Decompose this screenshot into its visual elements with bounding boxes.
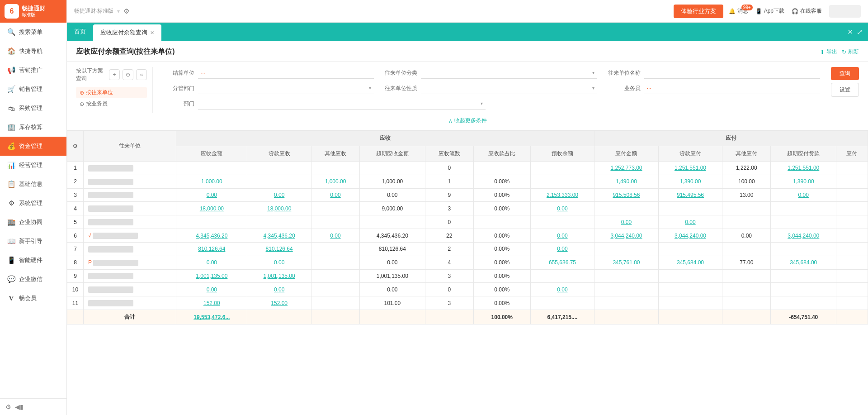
- row-ar-loan[interactable]: 0.00: [247, 283, 311, 296]
- sidebar-item-basic-info[interactable]: 📋 基础信息: [0, 175, 66, 194]
- row-ar-amount[interactable]: 18,000.00: [176, 202, 247, 215]
- salesperson-input[interactable]: ···: [644, 82, 820, 94]
- collapse-icon[interactable]: ◀▮: [15, 403, 24, 410]
- footer-ar-amount[interactable]: 19,553,472,6...: [176, 310, 247, 324]
- sidebar-item-guide[interactable]: 📖 新手引导: [0, 232, 66, 251]
- row-ar-loan[interactable]: 810,126.64: [247, 242, 311, 256]
- settlement-unit-input[interactable]: ···: [198, 67, 374, 79]
- messages-item[interactable]: 🔔 消息 99+: [729, 7, 748, 15]
- row-ap-amount[interactable]: 3,044,240.00: [594, 229, 659, 243]
- row-ap-loan[interactable]: 1,251,551.00: [658, 162, 722, 175]
- settlement-unit-label: 结算单位: [158, 69, 194, 77]
- filter-area: 按以下方案查询 + ⊙ « ⊕ 按往来单位 ⊙ 按业务员: [67, 62, 868, 130]
- sidebar-item-search-menu[interactable]: 🔍 搜索菜单: [0, 23, 66, 42]
- row-ap-amount[interactable]: 1,252,773.00: [594, 162, 659, 175]
- row-ar-loan[interactable]: 0.00: [247, 188, 311, 202]
- row-prepay[interactable]: 2,153,333.00: [530, 188, 594, 202]
- row-ar-loan[interactable]: 4,345,436.20: [247, 229, 311, 243]
- row-ar-amount[interactable]: 1,000.00: [176, 175, 247, 188]
- row-prepay[interactable]: 0.00: [530, 283, 594, 296]
- user-avatar[interactable]: [829, 5, 861, 18]
- scheme-by-salesperson[interactable]: ⊙ 按业务员: [76, 98, 147, 110]
- th-settings[interactable]: ⚙: [67, 131, 84, 162]
- sales-icon: 🛒: [7, 85, 15, 93]
- row-ar-other[interactable]: 0.00: [311, 229, 359, 243]
- collapse-btn[interactable]: ∧ 收起更多条件: [448, 117, 487, 124]
- sidebar-item-sales[interactable]: 🛒 销售管理: [0, 80, 66, 99]
- online-support-item[interactable]: 🎧 在线客服: [792, 7, 822, 15]
- row-ar-other[interactable]: 1,000.00: [311, 175, 359, 188]
- row-ar-amount[interactable]: 1,001,135.00: [176, 269, 247, 283]
- partner-category-input[interactable]: ▾: [421, 67, 597, 79]
- row-ar-amount[interactable]: 4,345,436.20: [176, 229, 247, 243]
- sidebar-item-operations[interactable]: 📊 经营管理: [0, 156, 66, 175]
- row-ar-amount[interactable]: 810,126.64: [176, 242, 247, 256]
- dept-manager-input[interactable]: ▾: [198, 82, 374, 94]
- row-ap-loan[interactable]: 3,044,240.00: [658, 229, 722, 243]
- collapse-filter-btn[interactable]: «: [136, 69, 147, 80]
- app-download-item[interactable]: 📱 App下载: [755, 7, 784, 15]
- row-ar-amount[interactable]: 0.00: [176, 283, 247, 296]
- solution-btn[interactable]: 体验行业方案: [674, 5, 723, 18]
- sidebar-item-wechat[interactable]: 💬 企业微信: [0, 270, 66, 289]
- row-ar-loan[interactable]: 18,000.00: [247, 202, 311, 215]
- row-ap-loan[interactable]: 0.00: [658, 215, 722, 229]
- settings-bottom-icon[interactable]: ⚙: [5, 403, 11, 410]
- row-ap-other: 0.00: [722, 229, 771, 243]
- footer-ar-count: [425, 310, 473, 324]
- topnav-gear-icon[interactable]: ⚙: [123, 7, 129, 15]
- row-ap-amount[interactable]: 915,508.56: [594, 188, 659, 202]
- sidebar-item-system[interactable]: ⚙ 系统管理: [0, 194, 66, 213]
- sidebar-item-marketing[interactable]: 📢 营销推广: [0, 61, 66, 80]
- data-table: ⚙ 往来单位 应收 应付 应收金额 贷款应收 其他应收 超期应收金额 应收笔数 …: [67, 130, 868, 324]
- row-ar-count: 0: [425, 162, 473, 175]
- tab-home[interactable]: 首页: [67, 23, 93, 41]
- row-ar-loan[interactable]: 0.00: [247, 256, 311, 269]
- sidebar-item-purchase[interactable]: 🛍 采购管理: [0, 99, 66, 118]
- row-ap-overdue[interactable]: 0.00: [771, 188, 836, 202]
- row-ap-loan[interactable]: 1,390.00: [658, 175, 722, 188]
- row-prepay[interactable]: 0.00: [530, 202, 594, 215]
- row-prepay[interactable]: 655,636.75: [530, 256, 594, 269]
- row-ap-overdue[interactable]: 345,684.00: [771, 256, 836, 269]
- row-ap-overdue[interactable]: 1,251,551.00: [771, 162, 836, 175]
- partner-name-input[interactable]: [644, 67, 820, 79]
- tab-maximize-icon[interactable]: ⤢: [857, 28, 863, 36]
- scheme-by-partner[interactable]: ⊕ 按往来单位: [76, 87, 147, 98]
- tab-close-window-icon[interactable]: ✕: [847, 28, 853, 36]
- add-filter-btn[interactable]: +: [109, 69, 120, 80]
- row-ap-loan[interactable]: 345,684.00: [658, 256, 722, 269]
- partner-nature-input[interactable]: ▾: [421, 82, 597, 94]
- row-ar-amount[interactable]: 152.00: [176, 296, 247, 310]
- tab-ar-ap-query[interactable]: 应收应付余额查询 ✕: [93, 24, 161, 41]
- settings-btn[interactable]: 设置: [831, 83, 859, 97]
- sidebar-item-member[interactable]: V 畅会员: [0, 289, 66, 308]
- row-ar-count: 1: [425, 175, 473, 188]
- sidebar-item-finance[interactable]: 💰 资金管理: [0, 137, 66, 156]
- row-ar-loan[interactable]: 1,001,135.00: [247, 269, 311, 283]
- row-ar-amount[interactable]: 0.00: [176, 256, 247, 269]
- row-prepay[interactable]: 0.00: [530, 229, 594, 243]
- export-btn[interactable]: ⬆ 导出: [820, 48, 837, 56]
- refresh-btn[interactable]: ↻ 刷新: [842, 48, 859, 56]
- row-ar-loan[interactable]: 152.00: [247, 296, 311, 310]
- row-ap-loan[interactable]: 915,495.56: [658, 188, 722, 202]
- sidebar-item-inventory[interactable]: 🏢 库存核算: [0, 118, 66, 137]
- row-ap-amount[interactable]: 0.00: [594, 215, 659, 229]
- row-ap-amount[interactable]: 1,490.00: [594, 175, 659, 188]
- row-prepay[interactable]: 0.00: [530, 242, 594, 256]
- department-input[interactable]: ▾: [198, 98, 486, 110]
- sidebar-item-smart-hw[interactable]: 📱 智能硬件: [0, 251, 66, 270]
- row-ar-other[interactable]: 0.00: [311, 188, 359, 202]
- sidebar-item-corp[interactable]: 🏬 企业协同: [0, 213, 66, 232]
- row-ap-amount[interactable]: 345,761.00: [594, 256, 659, 269]
- tab-close-icon[interactable]: ✕: [150, 30, 154, 36]
- support-icon: 🎧: [792, 8, 798, 14]
- query-btn[interactable]: 查询: [831, 67, 859, 80]
- row-ap-overdue[interactable]: 3,044,240.00: [771, 229, 836, 243]
- row-ap-overdue[interactable]: 1,390.00: [771, 175, 836, 188]
- row-ar-amount[interactable]: 0.00: [176, 188, 247, 202]
- sidebar-item-quick-nav[interactable]: 🏠 快捷导航: [0, 42, 66, 61]
- settings-filter-btn[interactable]: ⊙: [123, 69, 133, 80]
- row-ap-other: [722, 202, 771, 215]
